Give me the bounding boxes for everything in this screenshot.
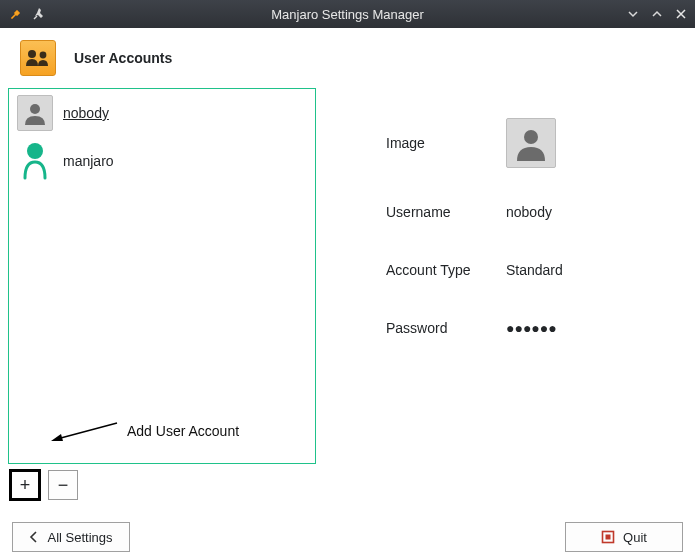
arrow-icon — [49, 419, 119, 443]
svg-rect-9 — [606, 535, 611, 540]
user-list-name: nobody — [63, 105, 109, 121]
pin-icon[interactable] — [32, 7, 46, 21]
maximize-icon[interactable] — [651, 8, 663, 20]
annotation: Add User Account — [49, 419, 239, 443]
svg-point-7 — [524, 130, 538, 144]
svg-line-5 — [57, 423, 117, 439]
close-icon[interactable] — [675, 8, 687, 20]
svg-point-3 — [30, 104, 40, 114]
user-list: nobody manjaro Add User Account — [8, 88, 316, 464]
minimize-icon[interactable] — [627, 8, 639, 20]
titlebar: Manjaro Settings Manager — [0, 0, 695, 28]
page-header: User Accounts — [0, 28, 695, 88]
user-accounts-icon — [20, 40, 56, 76]
detail-label-account-type: Account Type — [386, 262, 506, 278]
detail-label-username: Username — [386, 204, 506, 220]
svg-point-4 — [27, 143, 43, 159]
quit-button[interactable]: Quit — [565, 522, 683, 552]
app-menu-icon[interactable] — [8, 6, 24, 22]
svg-line-0 — [34, 16, 37, 19]
all-settings-button[interactable]: All Settings — [12, 522, 130, 552]
quit-label: Quit — [623, 530, 647, 545]
chevron-left-icon — [29, 531, 39, 543]
window-title: Manjaro Settings Manager — [0, 7, 695, 22]
detail-value-username: nobody — [506, 204, 552, 220]
svg-marker-6 — [51, 434, 63, 441]
quit-icon — [601, 530, 615, 544]
user-row[interactable]: manjaro — [9, 137, 315, 185]
user-details: Image Username nobody Account Type Stand… — [336, 88, 687, 464]
all-settings-label: All Settings — [47, 530, 112, 545]
page-title: User Accounts — [74, 50, 172, 66]
remove-user-button[interactable]: − — [48, 470, 78, 500]
svg-point-2 — [40, 52, 47, 59]
user-avatar-icon — [17, 143, 53, 179]
annotation-label: Add User Account — [127, 423, 239, 439]
detail-value-password: ●●●●●● — [506, 320, 557, 336]
user-image-button[interactable] — [506, 118, 556, 168]
footer: All Settings Quit — [0, 506, 695, 556]
user-list-name: manjaro — [63, 153, 114, 169]
user-row[interactable]: nobody — [9, 89, 315, 137]
detail-value-account-type: Standard — [506, 262, 563, 278]
detail-label-password: Password — [386, 320, 506, 336]
svg-point-1 — [28, 50, 36, 58]
list-buttons: + − — [0, 464, 695, 506]
user-avatar-icon — [17, 95, 53, 131]
detail-label-image: Image — [386, 135, 506, 151]
add-user-button[interactable]: + — [10, 470, 40, 500]
